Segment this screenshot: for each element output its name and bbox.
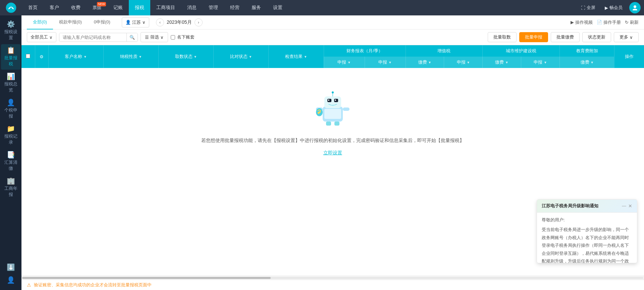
tab-zero-declare[interactable]: 0申报(0) (88, 15, 116, 29)
manual-link[interactable]: 📄 操作手册 (597, 19, 621, 25)
sidebar-item-download[interactable]: ⬇️ (1, 261, 20, 273)
bottom-bar-text: 验证账密、采集信息均成功的企业才会流转至批量报税页面中 (34, 282, 152, 288)
empty-state: 若您想使用批量报税功能，请先在【报税设置】中进行报税的初始化设置，完成密码验证和… (21, 68, 644, 176)
status-update-button[interactable]: 状态更新 (582, 32, 611, 42)
empty-state-text: 若您想使用批量报税功能，请先在【报税设置】中进行报税的初始化设置，完成密码验证和… (201, 136, 464, 145)
filter-icon: ☰ (145, 35, 149, 40)
th-edu-pay: 缴费 ▼ (560, 57, 614, 68)
nav-service[interactable]: 服务 (246, 0, 267, 15)
batch-pay-button[interactable]: 批量缴费 (551, 32, 580, 42)
nav-management[interactable]: 管理 (203, 0, 224, 15)
nav-tax[interactable]: 报税 (129, 0, 150, 15)
search-input[interactable] (59, 33, 126, 42)
refresh-button[interactable]: ↻ 刷新 (625, 19, 639, 25)
region-icon: 👤 (125, 20, 131, 25)
filter-sub-4[interactable]: ▼ (467, 61, 470, 64)
manual-icon: 📄 (597, 20, 602, 25)
member-button[interactable]: ▶ 畅会员 (602, 3, 625, 12)
svg-point-2 (12, 8, 13, 9)
account-checkbox[interactable] (171, 35, 175, 40)
th-check-result: 检查结果 ▼ (269, 45, 324, 68)
select-all-checkbox[interactable] (26, 54, 30, 58)
nav-home[interactable]: 首页 (22, 0, 44, 15)
sidebar-item-annual-settlement[interactable]: 📑 汇算清缴 (1, 149, 20, 174)
tab-all[interactable]: 全部(0) (27, 15, 53, 29)
th-compare-status: 比对状态 ▼ (214, 45, 269, 68)
employee-select[interactable]: 全部员工 ∨ (27, 32, 56, 42)
filter-icon-check[interactable]: ▼ (304, 55, 307, 59)
nav-operations[interactable]: 经营 (224, 0, 246, 15)
toolbar: 全部员工 ∨ 🔍 ☰ 筛选 ∨ 名下账套 批量取数 批量申报 批 (21, 29, 644, 45)
nav-billing[interactable]: 收费 (65, 0, 87, 15)
tabs-bar: 全部(0) 税款申报(0) 0申报(0) 👤 江苏 ∨ ‹ 2023年05月 ›… (21, 15, 644, 29)
video-icon: ▶ (571, 20, 574, 25)
app-logo[interactable] (3, 0, 19, 15)
filter-sub-7[interactable]: ▼ (590, 61, 594, 64)
filter-icon-fetch[interactable]: ▼ (194, 55, 197, 59)
video-link[interactable]: ▶ 操作视频 (571, 19, 593, 25)
svg-point-3 (634, 5, 636, 8)
empty-state-link[interactable]: 立即设置 (323, 150, 342, 156)
svg-point-1 (9, 8, 10, 9)
filter-icon-customer[interactable]: ▼ (84, 55, 87, 59)
th-city-pay: 缴费 ▼ (483, 57, 521, 68)
th-city-declare: 申报 ▼ (444, 57, 483, 68)
tab-tax-declare[interactable]: 税款申报(0) (53, 15, 88, 29)
batch-declare-button[interactable]: 批量申报 (519, 32, 548, 42)
batch-fetch-button[interactable]: 批量取数 (488, 32, 517, 42)
th-financial-report: 财务报表（月/季） (324, 45, 406, 57)
sidebar-item-tax-records[interactable]: 📁 报税记录 (1, 123, 20, 148)
fullscreen-button[interactable]: ⛶ 全屏 (578, 3, 598, 12)
svg-point-10 (335, 99, 336, 101)
region-dropdown[interactable]: 👤 江苏 ∨ (122, 17, 149, 27)
notification-text: 尊敬的用户: (542, 216, 632, 224)
notification-close-button[interactable]: ✕ (628, 203, 632, 209)
filter-sub-3[interactable]: ▼ (428, 61, 431, 64)
filter-icon-tax-type[interactable]: ▼ (139, 55, 142, 59)
data-table: ⚙ 客户名称 ▼ 纳税性质 ▼ 取数状态 ▼ (21, 45, 644, 68)
svg-rect-5 (324, 109, 341, 119)
svg-rect-7 (327, 99, 331, 102)
scrollbar-track (22, 277, 643, 279)
next-month-button[interactable]: › (195, 18, 203, 26)
sidebar-item-personal-tax[interactable]: 👤 个税申报 (1, 96, 20, 122)
th-vat-pay: 缴费 ▼ (406, 57, 444, 68)
search-button[interactable]: 🔍 (126, 33, 138, 42)
horizontal-scrollbar[interactable] (21, 276, 644, 280)
filter-sub-1[interactable]: ▼ (347, 61, 351, 64)
scrollbar-thumb[interactable] (22, 277, 271, 279)
nav-invoice[interactable]: 票据 NEW (87, 0, 107, 15)
filter-icon-compare[interactable]: ▼ (249, 55, 252, 59)
sidebar-item-batch-tax[interactable]: 📋 批量报税 (1, 44, 20, 70)
account-checkbox-label[interactable]: 名下账套 (171, 34, 195, 40)
sidebar-item-annual-report[interactable]: 🏢 工商年报 (1, 175, 20, 200)
filter-sub-6[interactable]: ▼ (544, 61, 547, 64)
nav-bookkeeping[interactable]: 记账 (107, 0, 129, 15)
nav-business[interactable]: 工商项目 (150, 0, 181, 15)
filter-button[interactable]: ☰ 筛选 ∨ (141, 32, 168, 42)
more-button[interactable]: 更多 ∨ (614, 32, 639, 42)
notification-content: 受当前电子税务局进一步升级的影响，同一个政务网账号（办税人）名下的企业不能再同时… (542, 226, 632, 263)
svg-point-9 (328, 99, 329, 101)
filter-sub-5[interactable]: ▼ (505, 61, 508, 64)
fullscreen-icon: ⛶ (581, 5, 585, 10)
svg-point-17 (319, 111, 321, 113)
tax-records-icon: 📁 (7, 125, 15, 132)
sidebar-item-tax-settings[interactable]: ⚙️ 报税设置 (1, 18, 20, 44)
filter-chevron-icon: ∨ (160, 35, 164, 40)
nav-message[interactable]: 消息 (181, 0, 203, 15)
prev-month-button[interactable]: ‹ (156, 18, 164, 26)
nav-customer[interactable]: 客户 (44, 0, 65, 15)
settings-icon[interactable]: ⚙ (40, 54, 44, 59)
tax-settings-icon: ⚙️ (7, 21, 15, 27)
new-badge: NEW (97, 2, 106, 6)
minimize-icon[interactable]: — (622, 203, 626, 209)
sidebar-item-tax-overview[interactable]: 📊 报税总览 (1, 70, 20, 96)
svg-rect-8 (334, 99, 338, 102)
search-wrap: 🔍 (59, 33, 138, 42)
sidebar-item-user[interactable]: 👤 (1, 274, 20, 286)
user-avatar[interactable] (629, 2, 641, 13)
nav-settings[interactable]: 设置 (267, 0, 288, 15)
filter-sub-2[interactable]: ▼ (388, 61, 392, 64)
th-edu-declare: 申报 ▼ (521, 57, 560, 68)
